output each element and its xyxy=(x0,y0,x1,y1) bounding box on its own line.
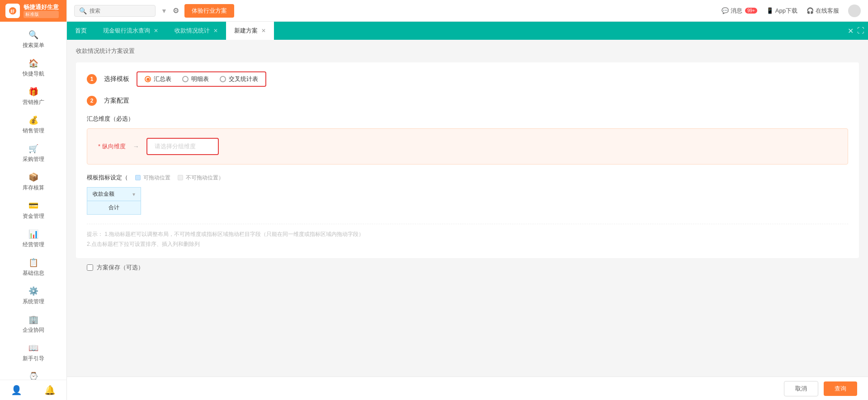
enterprise-icon: 🏢 xyxy=(28,315,38,325)
radio-cross-circle xyxy=(220,76,226,82)
radio-summary-label: 汇总表 xyxy=(154,75,171,83)
service-label: 在线客服 xyxy=(816,7,839,15)
sidebar-bottom-icon-right[interactable]: 🔔 xyxy=(44,385,56,395)
cancel-button[interactable]: 取消 xyxy=(784,381,818,396)
search-icon: 🔍 xyxy=(79,7,87,14)
user-avatar[interactable] xyxy=(848,5,861,17)
step1-badge: 1 xyxy=(87,74,97,84)
sidebar-item-label: 新手引导 xyxy=(23,355,44,362)
message-button[interactable]: 💬 消息 99+ xyxy=(722,7,757,15)
legend-draggable-label: 可拖动位置 xyxy=(143,174,170,182)
quick-nav-icon: 🏠 xyxy=(28,58,38,68)
sidebar-item-label: 资金管理 xyxy=(23,212,44,220)
save-plan-checkbox[interactable] xyxy=(87,264,93,271)
sidebar-item-enterprise[interactable]: 🏢 企业协同 xyxy=(0,310,66,339)
dimension-arrow-icon: → xyxy=(133,143,139,150)
radio-detail[interactable]: 明细表 xyxy=(182,75,209,83)
sidebar-item-system[interactable]: ⚙️ 系统管理 xyxy=(0,282,66,310)
sidebar-item-label: 系统管理 xyxy=(23,298,44,306)
tab-bank-flow-close[interactable]: ✕ xyxy=(154,28,158,34)
tab-home[interactable]: 首页 xyxy=(67,22,95,40)
tab-collection-stat-label: 收款情况统计 xyxy=(175,27,210,35)
sidebar-item-search-menu[interactable]: 🔍 搜索菜单 xyxy=(0,25,66,54)
vertical-dim-label: * 纵向维度 xyxy=(98,142,126,151)
topbar-right: 💬 消息 99+ 📱 App下载 🎧 在线客服 xyxy=(722,5,861,17)
indicator-config-label: 模板指标设定（ xyxy=(87,174,128,182)
dimension-select[interactable]: 请选择分组维度 xyxy=(146,138,219,155)
step1-label: 选择模板 xyxy=(104,75,129,83)
legend-draggable-dot xyxy=(135,175,141,180)
tips-section: 提示： 1.拖动标题栏可以调整布局，不可跨维度或指标区域拖动栏目字段（只能在同一… xyxy=(87,224,848,249)
section-card: 1 选择模板 汇总表 明细表 交叉统计表 xyxy=(76,62,859,258)
sidebar-item-finance[interactable]: 💳 资金管理 xyxy=(0,196,66,225)
radio-summary[interactable]: 汇总表 xyxy=(145,75,171,83)
tab-close-all-icon[interactable]: ✕ xyxy=(848,27,854,35)
sidebar-item-label: 经营管理 xyxy=(23,241,44,249)
sidebar-item-quick-nav[interactable]: 🏠 快捷导航 xyxy=(0,54,66,82)
sidebar-item-marketing[interactable]: 🎁 营销推广 xyxy=(0,82,66,111)
stat-group-header[interactable]: 收款金额 ▾ xyxy=(87,187,141,201)
sidebar-logo: 好 畅捷通好生意 标准版 xyxy=(0,0,66,22)
download-button[interactable]: 📱 App下载 xyxy=(766,7,797,15)
radio-cross[interactable]: 交叉统计表 xyxy=(220,75,258,83)
sidebar-bottom: 👤 🔔 xyxy=(0,380,66,400)
service-icon: 🎧 xyxy=(807,7,814,14)
indicator-section: 模板指标设定（ 可拖动位置 不可拖动位置） xyxy=(87,174,848,215)
tab-collection-stat-close[interactable]: ✕ xyxy=(213,28,218,34)
tab-collection-stat[interactable]: 收款情况统计 ✕ xyxy=(166,22,226,40)
step2-label: 方案配置 xyxy=(104,97,129,105)
sidebar-item-sales[interactable]: 💰 销售管理 xyxy=(0,111,66,139)
logo-text: 畅捷通好生意 xyxy=(24,4,59,11)
sidebar-item-label: 搜索菜单 xyxy=(23,42,44,49)
tab-bank-flow[interactable]: 现金银行流水查询 ✕ xyxy=(95,22,166,40)
sidebar-item-label: 快捷导航 xyxy=(23,70,44,78)
legend-non-draggable: 不可拖动位置） xyxy=(178,174,224,182)
page-footer: 方案保存（可选） xyxy=(76,258,859,277)
content-area: 收款情况统计方案设置 1 选择模板 汇总表 明细表 xyxy=(67,40,868,376)
gear-icon[interactable]: ⚙ xyxy=(173,6,179,15)
stat-group-header-text: 收款金额 xyxy=(93,190,114,198)
tab-new-plan[interactable]: 新建方案 ✕ xyxy=(226,22,274,40)
sidebar-nav: 🔍 搜索菜单 🏠 快捷导航 🎁 营销推广 💰 销售管理 🛒 采购管理 📦 库存核… xyxy=(0,22,66,380)
search-input[interactable] xyxy=(90,8,144,14)
action-bar: 取消 查询 xyxy=(67,376,868,400)
step2-badge: 2 xyxy=(87,96,97,106)
sidebar-bottom-icon-left[interactable]: 👤 xyxy=(11,385,22,395)
purchase-icon: 🛒 xyxy=(28,144,38,154)
message-icon: 💬 xyxy=(722,7,729,14)
sidebar-item-label: 企业协同 xyxy=(23,326,44,334)
service-button[interactable]: 🎧 在线客服 xyxy=(807,7,839,15)
step2-row: 2 方案配置 xyxy=(87,96,848,106)
sidebar-item-guide[interactable]: 📖 新手引导 xyxy=(0,339,66,367)
radio-summary-circle xyxy=(145,76,151,82)
dimension-placeholder: 请选择分组维度 xyxy=(155,143,196,150)
page: 收款情况统计方案设置 1 选择模板 汇总表 明细表 xyxy=(67,40,868,284)
topbar-search-box[interactable]: 🔍 xyxy=(74,5,156,17)
tab-new-plan-close[interactable]: ✕ xyxy=(261,28,266,34)
logo-icon: 好 xyxy=(5,4,20,18)
svg-text:好: 好 xyxy=(10,9,15,14)
sidebar-item-inventory[interactable]: 📦 库存核算 xyxy=(0,168,66,196)
message-badge: 99+ xyxy=(745,8,757,14)
trial-button[interactable]: 体验行业方案 xyxy=(184,4,234,18)
marketing-icon: 🎁 xyxy=(28,87,38,97)
legend-non-draggable-dot xyxy=(178,175,183,180)
smart-hw-icon: ⌚ xyxy=(28,372,38,380)
tip-1: 提示： 1.拖动标题栏可以调整布局，不可跨维度或指标区域拖动栏目字段（只能在同一… xyxy=(87,230,848,240)
search-menu-icon: 🔍 xyxy=(28,30,38,40)
query-button[interactable]: 查询 xyxy=(824,381,857,396)
dimension-area: * 纵向维度 → 请选择分组维度 xyxy=(87,128,848,165)
message-label: 消息 xyxy=(731,7,742,15)
operations-icon: 📊 xyxy=(28,229,38,239)
sidebar-item-purchase[interactable]: 🛒 采购管理 xyxy=(0,139,66,168)
sidebar-item-basic-info[interactable]: 📋 基础信息 xyxy=(0,253,66,282)
template-radio-group: 汇总表 明细表 交叉统计表 xyxy=(137,71,266,87)
sidebar-item-operations[interactable]: 📊 经营管理 xyxy=(0,225,66,253)
legend-non-draggable-label: 不可拖动位置） xyxy=(186,174,224,182)
sidebar-item-smart-hw[interactable]: ⌚ 智能硬件 xyxy=(0,367,66,380)
stat-indicators: 收款金额 ▾ 合计 xyxy=(87,187,848,215)
dimension-title: 汇总维度（必选） xyxy=(87,115,848,123)
dropdown-icon[interactable]: ▼ xyxy=(161,7,167,14)
sales-icon: 💰 xyxy=(28,115,38,125)
tab-expand-icon[interactable]: ⛶ xyxy=(857,27,864,35)
